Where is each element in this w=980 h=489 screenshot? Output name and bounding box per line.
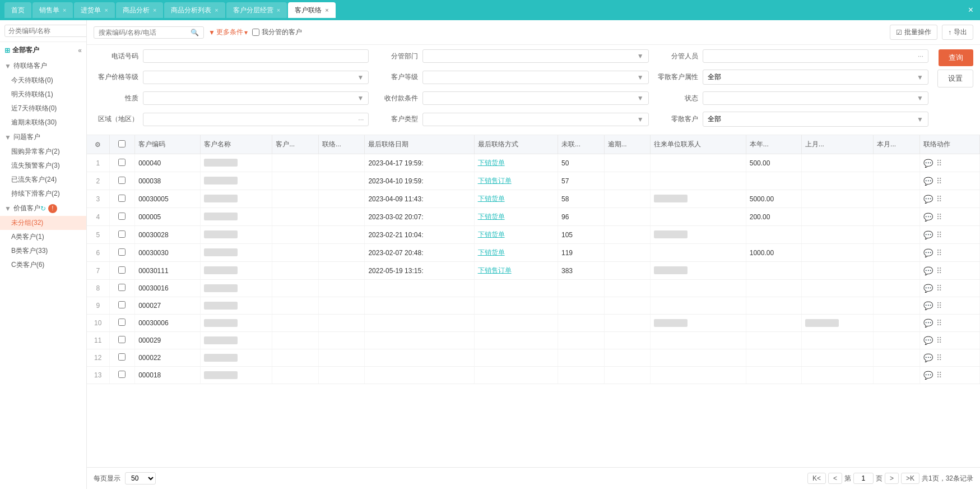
row-checkbox[interactable] [109,297,135,315]
last-page-button[interactable]: >K [901,473,919,484]
more-action-icon[interactable]: ⠿ [936,336,942,345]
row-last-method[interactable]: 下销售订单 [474,172,558,190]
more-action-icon[interactable]: ⠿ [936,195,942,204]
group-pending-contact[interactable]: ▼ 待联络客户 [0,58,86,73]
sidebar-item-declining-customers[interactable]: 持续下滑客户(2) [0,187,86,201]
gender-select[interactable]: ▼ [143,91,369,105]
row-select-checkbox[interactable] [118,195,126,202]
row-select-checkbox[interactable] [118,159,126,166]
category-search-input[interactable] [4,25,87,37]
contact-method-link[interactable]: 下销货单 [478,195,505,202]
select-all-column[interactable] [109,135,135,154]
close-icon[interactable]: × [277,7,280,13]
sidebar-item-tomorrow-pending[interactable]: 明天待联络(1) [0,87,86,102]
row-last-method[interactable]: 下销货单 [474,226,558,244]
row-last-method[interactable]: 下销货单 [474,154,558,172]
row-checkbox[interactable] [109,315,135,332]
contact-icon[interactable]: 💬 [923,230,933,239]
row-checkbox[interactable] [109,280,135,297]
first-page-button[interactable]: K< [807,473,826,484]
settings-icon[interactable]: ⚙ [95,141,101,149]
more-action-icon[interactable]: ⠿ [936,159,942,168]
contact-icon[interactable]: 💬 [923,371,933,380]
retail-attr-select[interactable]: 全部▼ [703,70,928,85]
price-level-select[interactable]: ▼ [143,71,369,84]
more-action-icon[interactable]: ⠿ [936,319,942,327]
close-icon[interactable]: × [215,7,218,13]
more-action-icon[interactable]: ⠿ [936,301,942,310]
row-select-checkbox[interactable] [118,371,126,378]
more-action-icon[interactable]: ⠿ [936,230,942,239]
group-problem-customers[interactable]: ▼ 问题客户 [0,130,86,145]
more-action-icon[interactable]: ⠿ [936,353,942,362]
row-select-checkbox[interactable] [118,301,126,308]
row-last-method[interactable] [474,332,558,349]
tab-home[interactable]: 首页 [4,2,31,18]
my-customers-checkbox-input[interactable] [252,29,259,36]
region-select[interactable]: ··· [143,113,369,126]
contact-icon[interactable]: 💬 [923,336,933,345]
row-select-checkbox[interactable] [118,284,126,291]
contact-icon[interactable]: 💬 [923,353,933,362]
row-checkbox[interactable] [109,262,135,280]
row-checkbox[interactable] [109,208,135,226]
search-input[interactable] [99,29,188,36]
tab-product-analysis[interactable]: 商品分析 × [116,2,163,18]
row-select-checkbox[interactable] [118,336,126,343]
row-select-checkbox[interactable] [118,353,126,361]
more-action-icon[interactable]: ⠿ [936,371,942,380]
row-checkbox[interactable] [109,172,135,190]
row-select-checkbox[interactable] [118,230,126,238]
contact-method-link[interactable]: 下销货单 [478,213,505,220]
sidebar-item-loss-warning[interactable]: 流失预警客户(3) [0,159,86,173]
settings-column-header[interactable]: ⚙ [87,135,109,154]
group-value-customers[interactable]: ▼ 价值客户 ↻ ! [0,201,86,216]
sidebar-item-abnormal-stock[interactable]: 囤购异常客户(2) [0,145,86,159]
refresh-icon[interactable]: ↻ [40,205,46,213]
row-checkbox[interactable] [109,226,135,244]
close-icon[interactable]: × [63,7,66,13]
close-icon[interactable]: × [104,7,108,13]
row-select-checkbox[interactable] [118,248,126,256]
batch-operation-button[interactable]: ☑ 批量操作 [890,25,937,40]
row-last-method[interactable] [474,297,558,315]
contact-icon[interactable]: 💬 [923,213,933,222]
row-select-checkbox[interactable] [118,266,126,274]
contact-icon[interactable]: 💬 [923,301,933,310]
select-all-checkbox[interactable] [118,140,126,147]
page-size-select[interactable]: 50 100 200 [125,472,156,485]
page-number-input[interactable] [853,473,874,484]
all-customers-header[interactable]: ⊞ 全部客户 « [0,42,86,58]
customer-type-select[interactable]: ▼ [422,113,648,126]
row-select-checkbox[interactable] [118,319,126,326]
row-select-checkbox[interactable] [118,213,126,220]
more-action-icon[interactable]: ⠿ [936,266,942,275]
search-icon[interactable]: 🔍 [191,29,199,36]
sidebar-item-class-b[interactable]: B类客户(33) [0,244,86,258]
tab-purchase[interactable]: 进货单 × [74,2,114,18]
retail-customer-select[interactable]: 全部▼ [703,112,928,127]
row-last-method[interactable]: 下销货单 [474,190,558,208]
contact-icon[interactable]: 💬 [923,319,933,327]
row-select-checkbox[interactable] [118,177,126,184]
row-last-method[interactable] [474,367,558,384]
row-last-method[interactable]: 下销货单 [474,208,558,226]
tab-customer-contact[interactable]: 客户联络 × [288,2,335,18]
payment-select[interactable]: ▼ [422,91,648,105]
customer-level-select[interactable]: ▼ [422,71,648,84]
reset-button[interactable]: 设置 [937,70,973,87]
status-select[interactable]: ▼ [703,91,928,105]
export-button[interactable]: ↑ 导出 [942,25,973,40]
phone-input[interactable] [143,49,369,63]
sidebar-item-today-pending[interactable]: 今天待联络(0) [0,73,86,87]
row-checkbox[interactable] [109,349,135,367]
close-icon[interactable]: × [325,7,328,13]
row-last-method[interactable]: 下销货单 [474,244,558,262]
contact-method-link[interactable]: 下销货单 [478,230,505,238]
query-button[interactable]: 查询 [939,49,973,66]
contact-method-link[interactable]: 下销售订单 [478,266,512,274]
contact-method-link[interactable]: 下销货单 [478,159,505,167]
collapse-icon[interactable]: « [78,47,82,54]
contact-method-link[interactable]: 下销售订单 [478,177,512,184]
sidebar-item-7days-pending[interactable]: 近7天待联络(0) [0,102,86,116]
